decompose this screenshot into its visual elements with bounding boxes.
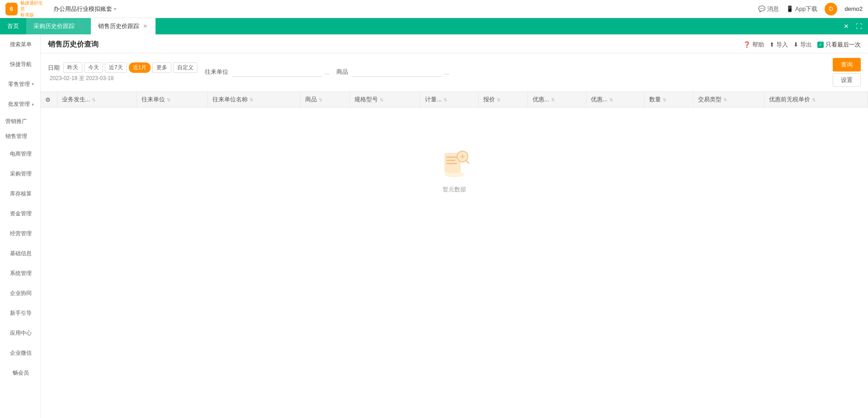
checkbox-checked-icon: ✓: [817, 42, 824, 48]
filter-actions: 查询 设置: [833, 58, 861, 87]
date-range-text: 2023-02-18 至 2023-03-18: [50, 75, 198, 82]
tab-home[interactable]: 首页: [0, 18, 26, 34]
th-discount2[interactable]: 优惠... ⇅: [586, 92, 644, 108]
date-btn-yesterday[interactable]: 昨天: [63, 62, 82, 73]
maximize-button[interactable]: ⛶: [854, 21, 864, 32]
sidebar-item-app-center[interactable]: 应用中心: [0, 323, 40, 343]
sort-icon-counterpart-name: ⇅: [250, 97, 253, 102]
user-name[interactable]: demo2: [844, 5, 863, 12]
sidebar-item-search-menu[interactable]: 搜索菜单: [0, 34, 40, 54]
date-btn-more[interactable]: 更多: [152, 62, 171, 73]
purchase-history-tab-close[interactable]: ✕: [77, 23, 84, 29]
goods-input[interactable]: [352, 68, 442, 77]
quick-nav-label: 快捷导航: [10, 61, 32, 68]
basic-info-label: 基础信息: [10, 250, 32, 257]
tab-sales-history[interactable]: 销售历史价跟踪 ✕: [91, 18, 156, 34]
counterpart-dots[interactable]: ...: [324, 69, 329, 76]
app-download-button[interactable]: 📱 App下载: [786, 5, 817, 13]
th-quote[interactable]: 报价 ⇅: [479, 92, 528, 108]
svg-line-8: [466, 161, 469, 163]
avatar[interactable]: D: [825, 3, 837, 15]
app-logo-icon: 6: [5, 3, 18, 15]
th-gear[interactable]: ⚙: [41, 92, 57, 108]
th-spec[interactable]: 规格型号 ⇅: [349, 92, 420, 108]
avatar-initial: D: [829, 6, 833, 12]
sidebar-item-member[interactable]: 畅会员: [0, 363, 40, 383]
th-pretax-price[interactable]: 优惠前无税单价 ⇅: [764, 92, 868, 108]
sort-icon-spec: ⇅: [380, 97, 383, 102]
date-filter-label: 日期: [48, 64, 60, 72]
goods-dots[interactable]: ...: [444, 69, 449, 76]
sidebar-item-enterprise[interactable]: 企业协同: [0, 283, 40, 303]
empty-state: 暂元数据: [41, 108, 868, 230]
sidebar-item-retail[interactable]: 零售管理 ▾: [0, 74, 40, 94]
message-button[interactable]: 💬 消息: [758, 5, 779, 13]
sales-history-tab-close[interactable]: ✕: [142, 23, 148, 29]
th-trade-type[interactable]: 交易类型 ⇅: [693, 92, 764, 108]
workspace-selector[interactable]: 办公用品行业模拟账套 ▾: [50, 3, 120, 15]
sidebar-item-marketing[interactable]: 营销推广: [0, 114, 40, 129]
th-biz-date[interactable]: 业务发生... ⇅: [57, 92, 137, 108]
download-icon: 📱: [786, 5, 793, 12]
help-icon: ❓: [743, 41, 750, 48]
counterpart-label: 往来单位: [205, 68, 228, 76]
sort-icon-counterpart-code: ⇅: [167, 97, 170, 102]
sidebar-item-wholesale[interactable]: 批发管理 ▴: [0, 94, 40, 114]
table-header-row: ⚙ 业务发生... ⇅ 往来单位 ⇅: [41, 92, 868, 108]
page-title: 销售历史价查询: [48, 40, 99, 49]
help-button[interactable]: ❓ 帮助: [743, 41, 764, 49]
sidebar-item-system[interactable]: 系统管理: [0, 263, 40, 283]
th-unit[interactable]: 计量... ⇅: [420, 92, 479, 108]
counterpart-input[interactable]: [232, 68, 322, 77]
date-btn-last7[interactable]: 近7天: [105, 62, 127, 73]
sort-icon-discount2: ⇅: [609, 97, 613, 102]
sidebar-item-corp-wechat[interactable]: 企业微信: [0, 343, 40, 363]
empty-state-icon: [436, 144, 472, 180]
app-logo-text: 畅捷通好生意 标准版: [20, 0, 46, 18]
marketing-label: 营销推广: [5, 118, 27, 125]
corp-wechat-label: 企业微信: [10, 349, 32, 357]
app-download-label: App下载: [795, 5, 817, 13]
wholesale-label: 批发管理: [8, 100, 30, 108]
logo-area: 6 畅捷通好生意 标准版: [5, 0, 46, 18]
th-discount1[interactable]: 优惠... ⇅: [528, 92, 586, 108]
date-btn-last1m[interactable]: 近1月: [129, 62, 151, 73]
main-layout: 搜索菜单 快捷导航 零售管理 ▾ 批发管理 ▴ 营销推广 销售管理 电商管理 采…: [0, 34, 868, 418]
only-last-checkbox[interactable]: ✓ 只看最后一次: [817, 41, 861, 49]
header-actions: 💬 消息 📱 App下载 D demo2: [758, 3, 863, 15]
date-filter-row: 日期 昨天 今天 近7天 近1月 更多 自定义: [48, 62, 198, 73]
help-label: 帮助: [752, 41, 764, 49]
sidebar-item-inventory[interactable]: 库存核算: [0, 184, 40, 204]
sidebar-item-sales-mgmt[interactable]: 销售管理: [0, 129, 40, 144]
sidebar-item-guide[interactable]: 新手引导: [0, 303, 40, 323]
settings-button[interactable]: 设置: [833, 73, 861, 87]
sales-mgmt-label: 销售管理: [5, 133, 27, 140]
page-header: 销售历史价查询 ❓ 帮助 ⬆ 导入 ⬇ 导出 ✓ 只看最后一次: [41, 34, 868, 53]
page-header-actions: ❓ 帮助 ⬆ 导入 ⬇ 导出 ✓ 只看最后一次: [743, 41, 861, 49]
sort-icon-trade-type: ⇅: [723, 97, 727, 102]
sidebar-item-ecommerce[interactable]: 电商管理: [0, 144, 40, 164]
sidebar-item-operations[interactable]: 经营管理: [0, 223, 40, 243]
date-btn-today[interactable]: 今天: [84, 62, 103, 73]
th-counterpart-code[interactable]: 往来单位 ⇅: [137, 92, 208, 108]
tab-purchase-history[interactable]: 采购历史价跟踪 ✕: [26, 18, 91, 34]
close-tab-button[interactable]: ✕: [841, 21, 852, 32]
tab-bar: 首页 采购历史价跟踪 ✕ 销售历史价跟踪 ✕ ✕ ⛶: [0, 18, 868, 34]
date-btn-custom[interactable]: 自定义: [173, 62, 198, 73]
goods-input-wrap: ...: [352, 68, 449, 77]
svg-rect-3: [446, 160, 455, 161]
export-button[interactable]: ⬇ 导出: [793, 41, 812, 49]
sidebar-item-basic-info[interactable]: 基础信息: [0, 243, 40, 263]
sidebar-item-purchase[interactable]: 采购管理: [0, 164, 40, 184]
sidebar-item-finance[interactable]: 资金管理: [0, 204, 40, 223]
svg-rect-4: [446, 163, 457, 164]
query-button[interactable]: 查询: [833, 58, 861, 71]
sidebar-item-quick-nav[interactable]: 快捷导航: [0, 54, 40, 74]
th-goods[interactable]: 商品 ⇅: [300, 92, 349, 108]
member-label: 畅会员: [13, 369, 29, 377]
th-counterpart-name[interactable]: 往来单位名称 ⇅: [208, 92, 301, 108]
th-quantity[interactable]: 数量 ⇅: [644, 92, 693, 108]
tab-bar-actions: ✕ ⛶: [841, 21, 868, 32]
import-button[interactable]: ⬆ 导入: [769, 41, 788, 49]
gear-icon: ⚙: [45, 96, 51, 103]
